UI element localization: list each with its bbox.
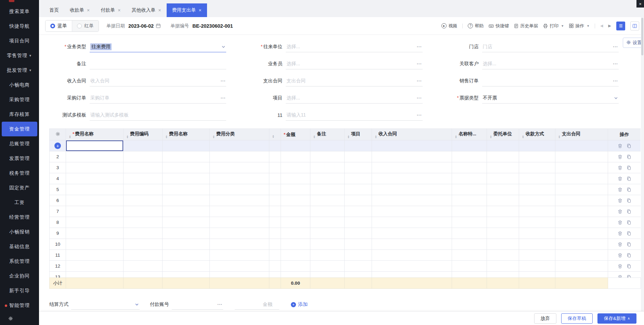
cell[interactable] <box>345 228 372 239</box>
cell[interactable] <box>66 217 124 228</box>
delete-row-icon[interactable] <box>618 220 622 225</box>
sidebar-item-发票管理[interactable]: 发票管理 <box>2 151 37 166</box>
sort-icon[interactable]: ▲▼ <box>272 135 274 138</box>
cell[interactable] <box>452 239 487 250</box>
copy-row-icon[interactable] <box>627 165 631 170</box>
settle-method-select[interactable] <box>71 299 140 310</box>
cell[interactable] <box>210 162 269 173</box>
sort-icon[interactable]: ▲▼ <box>69 135 71 138</box>
copy-row-icon[interactable] <box>627 209 631 214</box>
cell[interactable] <box>452 162 487 173</box>
cell[interactable] <box>281 250 310 261</box>
sort-icon[interactable]: ▲▼ <box>455 135 457 138</box>
cell[interactable] <box>372 206 452 217</box>
cell[interactable] <box>555 250 608 261</box>
cell[interactable] <box>310 151 345 162</box>
copy-row-icon[interactable] <box>627 187 631 192</box>
cell[interactable] <box>519 173 555 184</box>
cell[interactable] <box>519 162 555 173</box>
tab-close-icon[interactable]: × <box>199 8 202 13</box>
cell[interactable] <box>519 250 555 261</box>
cell[interactable] <box>310 239 345 250</box>
sidebar-item-快捷导航[interactable]: 快捷导航 <box>2 19 37 33</box>
toolbar-history-button[interactable]: 历史单据 <box>514 23 538 29</box>
cell[interactable] <box>487 206 519 217</box>
cell[interactable] <box>345 250 372 261</box>
field-input-票据类型[interactable]: 不开票 <box>482 93 619 104</box>
delete-row-icon[interactable] <box>618 187 622 192</box>
sort-icon[interactable]: ▲▼ <box>212 135 215 138</box>
cell[interactable] <box>372 184 452 195</box>
sidebar-item-小畅电商[interactable]: 小畅电商 <box>2 78 37 92</box>
cell[interactable] <box>519 272 555 278</box>
cell[interactable] <box>372 173 452 184</box>
cell[interactable] <box>452 228 487 239</box>
cell[interactable] <box>281 151 310 162</box>
cell[interactable] <box>163 195 210 206</box>
cell[interactable] <box>555 184 608 195</box>
scrollbar-thumb[interactable] <box>641 18 643 55</box>
cell[interactable] <box>555 261 608 272</box>
table-gear-icon[interactable] <box>50 129 66 140</box>
field-input-收入合同[interactable]: 收入合同... <box>90 76 226 86</box>
add-payment-button[interactable]: + 添加 <box>291 301 308 308</box>
cell[interactable] <box>372 162 452 173</box>
more-icon[interactable]: ... <box>417 45 422 49</box>
cell[interactable] <box>281 239 310 250</box>
cell[interactable] <box>66 250 124 261</box>
cell[interactable] <box>487 217 519 228</box>
toolbar-ops-button[interactable]: 操作▼ <box>569 23 590 29</box>
tab-其他收入单[interactable]: 其他收入单× <box>126 3 166 17</box>
copy-row-icon[interactable] <box>627 198 631 203</box>
copy-row-icon[interactable] <box>627 231 631 236</box>
copy-row-icon[interactable] <box>627 253 631 258</box>
sidebar-item-项目合同[interactable]: 项目合同 <box>2 33 37 48</box>
cell[interactable] <box>281 217 310 228</box>
more-icon[interactable]: ... <box>221 96 226 100</box>
cell[interactable] <box>487 272 519 278</box>
cell[interactable] <box>124 239 163 250</box>
sidebar-item-经营管理[interactable]: 经营管理 <box>2 210 37 225</box>
field-input-项目[interactable]: 选择...... <box>286 93 422 104</box>
delete-row-icon[interactable] <box>618 253 622 258</box>
toolbar-help-button[interactable]: ?帮助 <box>468 23 484 29</box>
cell[interactable] <box>519 261 555 272</box>
cell[interactable] <box>66 151 124 162</box>
cell[interactable] <box>66 184 124 195</box>
cell[interactable] <box>519 228 555 239</box>
cell[interactable] <box>269 206 281 217</box>
cell[interactable] <box>372 272 452 278</box>
column-header-收入合同[interactable]: ▲▼收入合同 <box>372 129 452 140</box>
cell[interactable] <box>452 184 487 195</box>
tab-close-icon[interactable]: × <box>118 8 120 13</box>
cell[interactable] <box>310 184 345 195</box>
cell[interactable] <box>281 261 310 272</box>
cell[interactable] <box>345 272 372 278</box>
next-doc-arrow[interactable]: ▶ <box>608 24 611 28</box>
copy-row-icon[interactable] <box>627 242 631 247</box>
cell[interactable] <box>163 261 210 272</box>
cell[interactable] <box>66 206 124 217</box>
cell[interactable] <box>163 140 210 151</box>
cell[interactable] <box>452 140 487 151</box>
cell[interactable] <box>210 228 269 239</box>
calendar-icon[interactable] <box>156 23 161 28</box>
cell[interactable] <box>372 239 452 250</box>
cell[interactable] <box>281 162 310 173</box>
sidebar-item-小畅报销[interactable]: 小畅报销 <box>2 225 37 239</box>
cell[interactable] <box>345 261 372 272</box>
copy-row-icon[interactable] <box>627 275 631 277</box>
more-icon[interactable]: ... <box>417 96 422 100</box>
chevron-down-icon[interactable] <box>135 302 139 307</box>
cell[interactable] <box>487 173 519 184</box>
cell[interactable] <box>519 184 555 195</box>
cell[interactable] <box>210 217 269 228</box>
delete-row-icon[interactable] <box>618 176 622 181</box>
field-input-关联客户[interactable]: 选择...... <box>482 58 619 69</box>
tab-首页[interactable]: 首页 <box>44 3 64 17</box>
column-header-金额[interactable]: *金额 <box>281 129 310 140</box>
copy-row-icon[interactable] <box>627 264 631 269</box>
copy-row-icon[interactable] <box>627 220 631 225</box>
pay-amount-input[interactable]: 金额 <box>235 299 279 310</box>
cell[interactable] <box>452 261 487 272</box>
